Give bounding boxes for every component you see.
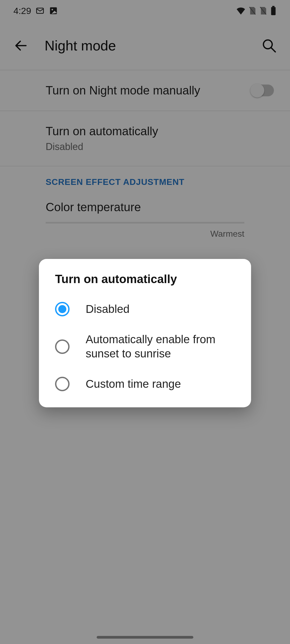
option-disabled[interactable]: Disabled [39, 294, 251, 324]
option-label: Disabled [86, 302, 129, 316]
radio-button-icon [55, 339, 70, 354]
dialog-title: Turn on automatically [39, 272, 251, 294]
option-label: Automatically enable from sunset to sunr… [86, 332, 235, 361]
radio-button-icon [55, 377, 70, 391]
navigation-bar-pill[interactable] [97, 636, 193, 639]
option-label: Custom time range [86, 377, 181, 391]
option-custom-time-range[interactable]: Custom time range [39, 369, 251, 399]
option-sunset-sunrise[interactable]: Automatically enable from sunset to sunr… [39, 324, 251, 369]
turn-on-automatically-dialog: Turn on automatically Disabled Automatic… [39, 259, 251, 407]
radio-button-selected-icon [55, 302, 70, 316]
